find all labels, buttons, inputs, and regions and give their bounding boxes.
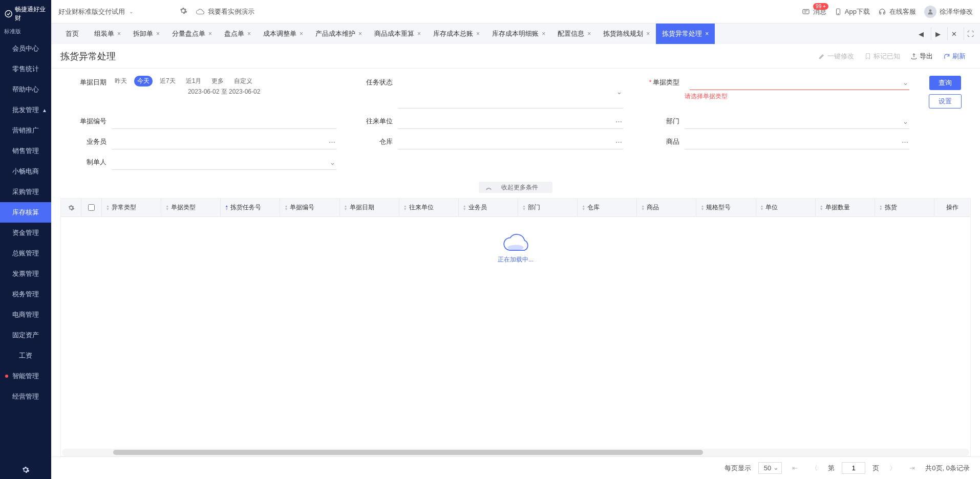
select-all[interactable] (81, 199, 102, 216)
sidebar-item-16[interactable]: 智能管理 (0, 366, 51, 386)
tab-5[interactable]: 产品成本维护× (309, 24, 368, 44)
sidebar-item-17[interactable]: 经营管理 (0, 386, 51, 407)
sidebar-item-0[interactable]: 会员中心 (0, 38, 51, 59)
messages-button[interactable]: 消息 99 + (802, 7, 826, 16)
chip-more[interactable]: 更多 (208, 76, 227, 86)
product-selector[interactable]: 好业财标准版交付试用 ⌄ (58, 7, 171, 16)
first-page[interactable]: ⇤ (789, 463, 801, 473)
col-6[interactable]: ▲▼业务员 (459, 199, 518, 216)
task-status-select[interactable]: ⌄ (398, 76, 623, 108)
sidebar-item-12[interactable]: 税务管理 (0, 284, 51, 304)
tab-9[interactable]: 配置信息× (551, 24, 597, 44)
close-icon[interactable]: × (156, 30, 160, 37)
sidebar-settings[interactable] (0, 461, 51, 479)
close-icon[interactable]: × (300, 30, 303, 37)
col-1[interactable]: ▲▼单据类型 (161, 199, 221, 216)
tab-4[interactable]: 成本调整单× (257, 24, 309, 44)
col-13[interactable]: ▲▼拣货 (875, 199, 934, 216)
sidebar-item-4[interactable]: 营销推广 (0, 120, 51, 141)
tab-8[interactable]: 库存成本明细账× (486, 24, 551, 44)
tab-11[interactable]: 拣货异常处理× (656, 24, 715, 44)
chip-custom[interactable]: 自定义 (231, 76, 255, 86)
mark-known-button[interactable]: 标记已知 (859, 50, 905, 63)
sidebar-item-2[interactable]: 帮助中心 (0, 79, 51, 100)
col-7[interactable]: ▲▼部门 (518, 199, 578, 216)
tab-3[interactable]: 盘点单× (218, 24, 257, 44)
sidebar-item-7[interactable]: 采购管理 (0, 182, 51, 202)
tab-scroll-left[interactable]: ◀ (914, 27, 928, 40)
select-all-checkbox[interactable] (88, 204, 95, 211)
staff-select[interactable]: ⋯ (112, 135, 336, 149)
app-download-button[interactable]: App下载 (835, 7, 870, 16)
sidebar-item-9[interactable]: 资金管理 (0, 223, 51, 243)
fullscreen-toggle[interactable]: ⛶ (964, 27, 977, 40)
col-4[interactable]: ▲▼单据日期 (340, 199, 399, 216)
col-0[interactable]: ▲▼异常类型 (102, 199, 161, 216)
col-5[interactable]: ▲▼往来单位 (399, 199, 459, 216)
chip-yesterday[interactable]: 昨天 (112, 76, 130, 86)
bulk-modify-button[interactable]: 一键修改 (813, 50, 859, 63)
sidebar-item-6[interactable]: 小畅电商 (0, 161, 51, 182)
tab-10[interactable]: 拣货路线规划× (597, 24, 656, 44)
demo-link[interactable]: 我要看实例演示 (196, 7, 254, 16)
tab-2[interactable]: 分量盘点单× (166, 24, 218, 44)
col-2[interactable]: ▲▼拣货任务号 (221, 199, 280, 216)
tab-home[interactable]: 首页 (56, 24, 88, 44)
dept-select[interactable]: ⌄ (685, 115, 909, 129)
partner-select[interactable]: ⋯ (398, 115, 623, 129)
close-icon[interactable]: × (208, 30, 212, 37)
docno-input[interactable] (112, 115, 336, 129)
chip-month[interactable]: 近1月 (183, 76, 205, 86)
table-settings[interactable] (61, 199, 81, 216)
tab-7[interactable]: 库存成本总账× (427, 24, 486, 44)
refresh-button[interactable]: 刷新 (938, 50, 971, 63)
sidebar-item-11[interactable]: 发票管理 (0, 264, 51, 284)
col-11[interactable]: ▲▼单位 (756, 199, 816, 216)
close-icon[interactable]: × (358, 30, 362, 37)
next-page[interactable]: 〉 (886, 463, 899, 474)
close-icon[interactable]: × (417, 30, 421, 37)
close-icon[interactable]: × (705, 30, 709, 37)
support-button[interactable]: 在线客服 (878, 7, 916, 16)
col-12[interactable]: ▲▼单据数量 (816, 199, 875, 216)
wh-select[interactable]: ⋯ (398, 135, 623, 149)
sidebar-item-14[interactable]: 固定资产 (0, 325, 51, 345)
col-3[interactable]: ▲▼单据编号 (280, 199, 339, 216)
page-input[interactable] (842, 462, 865, 474)
top-settings[interactable] (179, 7, 187, 16)
collapse-toggle[interactable]: ︽ 收起更多条件 (479, 182, 552, 193)
sidebar-item-8[interactable]: 库存核算 (0, 202, 51, 223)
sidebar-item-5[interactable]: 销售管理 (0, 141, 51, 161)
tab-0[interactable]: 组装单× (88, 24, 127, 44)
export-button[interactable]: 导出 (905, 50, 938, 63)
user-menu[interactable]: 徐泽华修改 (924, 6, 973, 18)
tab-scroll-right[interactable]: ▶ (931, 27, 944, 40)
sidebar-item-15[interactable]: 工资 (0, 345, 51, 366)
sidebar-item-1[interactable]: 零售统计 (0, 59, 51, 79)
docno-field[interactable] (112, 118, 336, 125)
doc-type-select[interactable]: ⌄ (690, 76, 909, 90)
page-size-select[interactable]: 50 (758, 462, 782, 474)
tab-close-all[interactable]: ✕ (947, 27, 961, 40)
goods-select[interactable]: ⋯ (685, 135, 909, 149)
sidebar-item-10[interactable]: 总账管理 (0, 243, 51, 264)
tab-1[interactable]: 拆卸单× (127, 24, 166, 44)
chip-week[interactable]: 近7天 (157, 76, 179, 86)
close-icon[interactable]: × (117, 30, 121, 37)
tab-6[interactable]: 商品成本重算× (368, 24, 427, 44)
close-icon[interactable]: × (587, 30, 591, 37)
horizontal-scrollbar[interactable] (62, 449, 969, 456)
col-9[interactable]: ▲▼商品 (637, 199, 696, 216)
prev-page[interactable]: 〈 (808, 463, 821, 474)
close-icon[interactable]: × (646, 30, 650, 37)
settings-button[interactable]: 设置 (929, 94, 962, 108)
search-button[interactable]: 查询 (929, 76, 961, 90)
close-icon[interactable]: × (476, 30, 480, 37)
close-icon[interactable]: × (542, 30, 545, 37)
chip-today[interactable]: 今天 (134, 76, 153, 86)
sidebar-item-13[interactable]: 电商管理 (0, 304, 51, 325)
last-page[interactable]: ⇥ (906, 463, 918, 473)
col-10[interactable]: ▲▼规格型号 (696, 199, 756, 216)
sidebar-item-3[interactable]: 批发管理▲ (0, 100, 51, 120)
maker-select[interactable]: ⌄ (112, 156, 336, 170)
